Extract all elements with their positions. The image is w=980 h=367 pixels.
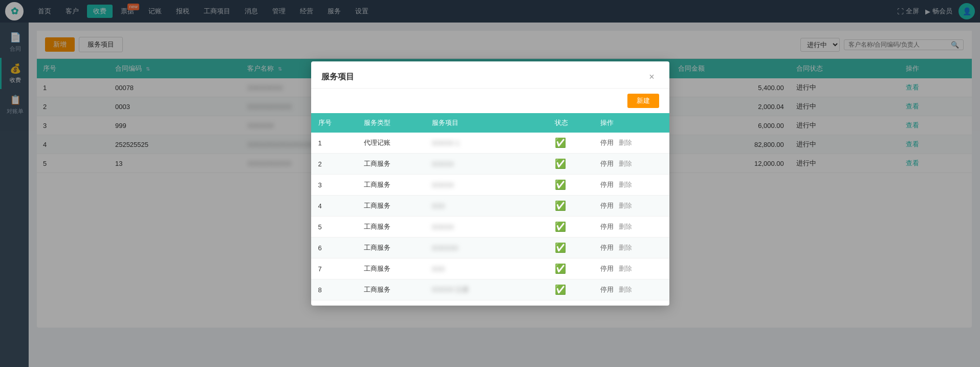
stop-button[interactable]: 停用 bbox=[600, 286, 614, 293]
modal-cell-type: 工商服务 bbox=[357, 258, 425, 279]
modal-cell-item: XXX bbox=[425, 258, 548, 279]
status-check-icon: ✅ bbox=[555, 159, 566, 169]
status-check-icon: ✅ bbox=[555, 285, 566, 295]
modal-table-body: 1 代理记账 XXXXX 1 ✅ 停用 删除 2 工商服务 XXXXX ✅ 停用… bbox=[311, 133, 669, 300]
modal-table-row: 5 工商服务 XXXXX ✅ 停用 删除 bbox=[311, 217, 669, 238]
stop-button[interactable]: 停用 bbox=[600, 223, 614, 230]
status-check-icon: ✅ bbox=[555, 138, 566, 148]
modal-cell-item: XXXXX bbox=[425, 175, 548, 196]
modal-new-button[interactable]: 新建 bbox=[627, 94, 659, 108]
modal-title: 服务项目 bbox=[321, 72, 354, 82]
modal-col-type: 服务类型 bbox=[357, 113, 425, 133]
modal-cell-type: 代理记账 bbox=[357, 133, 425, 154]
stop-button[interactable]: 停用 bbox=[600, 181, 614, 188]
stop-button[interactable]: 停用 bbox=[600, 160, 614, 167]
modal-cell-type: 工商服务 bbox=[357, 154, 425, 175]
stop-button[interactable]: 停用 bbox=[600, 202, 614, 209]
delete-button[interactable]: 删除 bbox=[619, 202, 632, 209]
modal-cell-action[interactable]: 停用 删除 bbox=[593, 196, 669, 217]
modal-cell-type: 工商服务 bbox=[357, 217, 425, 238]
modal-cell-action[interactable]: 停用 删除 bbox=[593, 238, 669, 258]
modal-cell-item: XXXXX bbox=[425, 154, 548, 175]
modal-header-row: 序号 服务类型 服务项目 状态 操作 bbox=[311, 113, 669, 133]
modal-cell-seq: 3 bbox=[311, 175, 357, 196]
modal-cell-seq: 4 bbox=[311, 196, 357, 217]
modal-table-row: 6 工商服务 XXXXXX ✅ 停用 删除 bbox=[311, 238, 669, 258]
modal-cell-type: 工商服务 bbox=[357, 238, 425, 258]
stop-button[interactable]: 停用 bbox=[600, 265, 614, 272]
modal-cell-seq: 8 bbox=[311, 279, 357, 300]
delete-button[interactable]: 删除 bbox=[619, 139, 632, 146]
modal-table-row: 7 工商服务 XXX ✅ 停用 删除 bbox=[311, 258, 669, 279]
modal-toolbar: 新建 bbox=[311, 89, 669, 113]
modal-header: 服务项目 × bbox=[311, 61, 669, 89]
modal-overlay[interactable]: 服务项目 × 新建 序号 服务类型 服务项目 状态 操作 bbox=[0, 0, 980, 367]
status-check-icon: ✅ bbox=[555, 201, 566, 211]
modal-cell-action[interactable]: 停用 删除 bbox=[593, 154, 669, 175]
delete-button[interactable]: 删除 bbox=[619, 223, 632, 230]
modal-cell-type: 工商服务 bbox=[357, 196, 425, 217]
modal-cell-item: XXXXX bbox=[425, 217, 548, 238]
modal-cell-seq: 5 bbox=[311, 217, 357, 238]
delete-button[interactable]: 删除 bbox=[619, 265, 632, 272]
modal-cell-seq: 6 bbox=[311, 238, 357, 258]
modal-table-row: 3 工商服务 XXXXX ✅ 停用 删除 bbox=[311, 175, 669, 196]
modal-cell-seq: 7 bbox=[311, 258, 357, 279]
modal-cell-status: ✅ bbox=[548, 154, 593, 175]
modal-cell-type: 工商服务 bbox=[357, 279, 425, 300]
modal-cell-item: XXXXXX bbox=[425, 238, 548, 258]
modal-col-status: 状态 bbox=[548, 113, 593, 133]
modal-cell-action[interactable]: 停用 删除 bbox=[593, 258, 669, 279]
delete-button[interactable]: 删除 bbox=[619, 160, 632, 167]
service-items-modal: 服务项目 × 新建 序号 服务类型 服务项目 状态 操作 bbox=[311, 61, 669, 306]
modal-cell-status: ✅ bbox=[548, 238, 593, 258]
stop-button[interactable]: 停用 bbox=[600, 244, 614, 251]
modal-table: 序号 服务类型 服务项目 状态 操作 1 代理记账 XXXXX 1 ✅ 停用 删… bbox=[311, 113, 669, 300]
modal-close-button[interactable]: × bbox=[645, 70, 659, 84]
status-check-icon: ✅ bbox=[555, 243, 566, 253]
status-check-icon: ✅ bbox=[555, 180, 566, 190]
status-check-icon: ✅ bbox=[555, 264, 566, 274]
modal-col-item: 服务项目 bbox=[425, 113, 548, 133]
modal-cell-status: ✅ bbox=[548, 175, 593, 196]
modal-col-seq: 序号 bbox=[311, 113, 357, 133]
modal-cell-item: XXXXX 1 bbox=[425, 133, 548, 154]
modal-cell-item: XXX bbox=[425, 196, 548, 217]
delete-button[interactable]: 删除 bbox=[619, 181, 632, 188]
modal-cell-status: ✅ bbox=[548, 133, 593, 154]
modal-cell-status: ✅ bbox=[548, 196, 593, 217]
modal-cell-status: ✅ bbox=[548, 258, 593, 279]
modal-cell-seq: 2 bbox=[311, 154, 357, 175]
modal-table-row: 8 工商服务 XXXXX 注册 ✅ 停用 删除 bbox=[311, 279, 669, 300]
modal-table-row: 2 工商服务 XXXXX ✅ 停用 删除 bbox=[311, 154, 669, 175]
modal-cell-seq: 1 bbox=[311, 133, 357, 154]
delete-button[interactable]: 删除 bbox=[619, 244, 632, 251]
status-check-icon: ✅ bbox=[555, 222, 566, 232]
modal-table-row: 4 工商服务 XXX ✅ 停用 删除 bbox=[311, 196, 669, 217]
modal-body: 序号 服务类型 服务项目 状态 操作 1 代理记账 XXXXX 1 ✅ 停用 删… bbox=[311, 113, 669, 306]
modal-cell-status: ✅ bbox=[548, 279, 593, 300]
modal-col-action: 操作 bbox=[593, 113, 669, 133]
delete-button[interactable]: 删除 bbox=[619, 286, 632, 293]
stop-button[interactable]: 停用 bbox=[600, 139, 614, 146]
modal-cell-action[interactable]: 停用 删除 bbox=[593, 175, 669, 196]
modal-cell-item: XXXXX 注册 bbox=[425, 279, 548, 300]
modal-cell-status: ✅ bbox=[548, 217, 593, 238]
modal-cell-action[interactable]: 停用 删除 bbox=[593, 217, 669, 238]
modal-cell-action[interactable]: 停用 删除 bbox=[593, 133, 669, 154]
modal-cell-type: 工商服务 bbox=[357, 175, 425, 196]
modal-cell-action[interactable]: 停用 删除 bbox=[593, 279, 669, 300]
modal-table-row: 1 代理记账 XXXXX 1 ✅ 停用 删除 bbox=[311, 133, 669, 154]
